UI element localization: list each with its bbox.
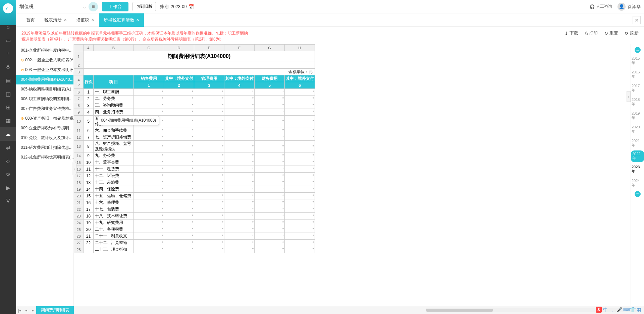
data-cell[interactable]: * bbox=[134, 173, 164, 179]
data-cell[interactable]: * bbox=[134, 219, 164, 226]
data-cell[interactable]: * bbox=[285, 226, 315, 233]
data-cell[interactable]: * bbox=[194, 173, 224, 179]
data-cell[interactable]: * bbox=[164, 109, 194, 116]
data-cell[interactable]: * bbox=[285, 152, 315, 159]
row-header[interactable]: 10 bbox=[74, 116, 84, 127]
data-cell[interactable]: * bbox=[285, 134, 315, 141]
data-cell[interactable]: * bbox=[255, 109, 285, 116]
data-cell[interactable]: * bbox=[164, 179, 194, 186]
data-cell[interactable]: * bbox=[134, 233, 164, 240]
data-cell[interactable]: * bbox=[164, 233, 194, 240]
data-cell[interactable]: * bbox=[285, 159, 315, 166]
data-cell[interactable]: * bbox=[164, 186, 194, 193]
data-cell[interactable]: * bbox=[134, 206, 164, 213]
col-header[interactable]: D bbox=[164, 45, 194, 51]
data-cell[interactable]: * bbox=[224, 206, 255, 213]
data-cell[interactable]: * bbox=[164, 246, 194, 253]
data-cell[interactable]: * bbox=[224, 102, 255, 109]
report-item[interactable]: ⊘003-一般企业成本支出明细... bbox=[16, 65, 73, 75]
data-cell[interactable]: * bbox=[194, 152, 224, 159]
data-cell[interactable]: * bbox=[255, 240, 285, 246]
sheet-nav-first[interactable]: |◂ bbox=[16, 308, 23, 313]
workbench-button[interactable]: 工作台 bbox=[102, 2, 128, 11]
data-cell[interactable]: * bbox=[224, 186, 255, 193]
data-cell[interactable]: * bbox=[134, 213, 164, 219]
data-cell[interactable]: * bbox=[255, 179, 285, 186]
data-cell[interactable]: * bbox=[255, 127, 285, 134]
data-cell[interactable]: * bbox=[255, 166, 285, 173]
row-header[interactable]: 22 bbox=[74, 206, 84, 213]
data-cell[interactable]: * bbox=[164, 141, 194, 152]
data-cell[interactable]: * bbox=[255, 89, 285, 96]
data-cell[interactable]: * bbox=[224, 127, 255, 134]
data-cell[interactable]: * bbox=[134, 226, 164, 233]
ime-lang-icon[interactable]: 中 bbox=[603, 307, 608, 312]
data-cell[interactable]: * bbox=[134, 127, 164, 134]
data-cell[interactable]: * bbox=[134, 159, 164, 166]
data-cell[interactable]: * bbox=[255, 206, 285, 213]
data-cell[interactable]: * bbox=[194, 186, 224, 193]
data-cell[interactable]: * bbox=[255, 193, 285, 199]
nav-doc-icon[interactable]: ▭ bbox=[0, 34, 16, 47]
data-cell[interactable]: * bbox=[164, 219, 194, 226]
data-cell[interactable]: * bbox=[224, 240, 255, 246]
data-cell[interactable]: * bbox=[285, 102, 315, 109]
data-cell[interactable]: * bbox=[134, 96, 164, 102]
tab-增值税[interactable]: 增值税✕ bbox=[71, 13, 99, 27]
ime-punct-icon[interactable]: ， bbox=[610, 307, 615, 312]
data-cell[interactable]: * bbox=[255, 233, 285, 240]
sheet-nav-next[interactable]: ▸ bbox=[30, 308, 36, 313]
data-cell[interactable]: * bbox=[255, 246, 285, 253]
nav-inbox-icon[interactable]: ◇ bbox=[0, 154, 16, 168]
print-button[interactable]: ⎙打印 bbox=[585, 30, 598, 36]
data-cell[interactable]: * bbox=[224, 213, 255, 219]
data-cell[interactable]: * bbox=[194, 96, 224, 102]
scroll-up-icon[interactable]: ︽ bbox=[635, 47, 641, 53]
row-header[interactable]: 7 bbox=[74, 96, 84, 102]
year-option[interactable]: 2022年 bbox=[631, 150, 644, 162]
data-cell[interactable]: * bbox=[164, 89, 194, 96]
data-cell[interactable]: * bbox=[194, 193, 224, 199]
report-item[interactable]: 006-职工薪酬纳税调整明细... bbox=[16, 94, 73, 104]
sheet-nav-prev[interactable]: ◂ bbox=[23, 308, 30, 313]
data-cell[interactable]: * bbox=[255, 219, 285, 226]
data-cell[interactable]: * bbox=[285, 206, 315, 213]
close-all-tabs-button[interactable]: ✕ bbox=[633, 16, 641, 24]
user-menu[interactable]: 👤 徐泽华 bbox=[618, 3, 641, 11]
data-cell[interactable]: * bbox=[194, 89, 224, 96]
data-cell[interactable]: * bbox=[134, 179, 164, 186]
data-cell[interactable]: * bbox=[224, 179, 255, 186]
year-option[interactable]: 2018年 bbox=[631, 96, 644, 109]
row-header[interactable]: 11 bbox=[74, 127, 84, 134]
report-item[interactable]: 011-研发费用加计扣除优惠... bbox=[16, 143, 73, 152]
data-cell[interactable]: * bbox=[164, 213, 194, 219]
data-cell[interactable]: * bbox=[164, 159, 194, 166]
data-cell[interactable]: * bbox=[134, 89, 164, 96]
data-cell[interactable]: * bbox=[285, 141, 315, 152]
nav-chart-icon[interactable]: ⫶ bbox=[0, 47, 16, 60]
data-cell[interactable]: * bbox=[224, 134, 255, 141]
data-cell[interactable]: * bbox=[255, 199, 285, 206]
tab-首页[interactable]: 首页 bbox=[21, 13, 40, 27]
refresh-button[interactable]: ⟳刷新 bbox=[625, 30, 639, 36]
data-cell[interactable]: * bbox=[194, 109, 224, 116]
data-cell[interactable]: * bbox=[164, 206, 194, 213]
report-item[interactable]: 009-企业所得税弥补亏损明... bbox=[16, 123, 73, 133]
data-cell[interactable]: * bbox=[134, 199, 164, 206]
col-header[interactable]: C bbox=[134, 45, 164, 51]
close-icon[interactable]: ✕ bbox=[91, 18, 94, 22]
data-cell[interactable]: * bbox=[285, 233, 315, 240]
spreadsheet[interactable]: ABCDEFGH1期间费用明细表(A104000)23金额单位：元45行次项 目… bbox=[74, 44, 631, 306]
report-item[interactable]: ⊘008-资产折旧、摊销及纳税... bbox=[16, 114, 73, 123]
tab-税表清册[interactable]: 税表清册✕ bbox=[40, 13, 71, 27]
data-cell[interactable]: * bbox=[194, 127, 224, 134]
data-cell[interactable]: * bbox=[285, 186, 315, 193]
col-header[interactable]: F bbox=[224, 45, 255, 51]
data-cell[interactable]: * bbox=[164, 193, 194, 199]
close-icon[interactable]: ✕ bbox=[136, 18, 139, 22]
row-header[interactable]: 2 bbox=[74, 62, 84, 69]
row-header[interactable]: 9 bbox=[74, 109, 84, 116]
report-item[interactable]: 005-纳税调整项目明细表(A1... bbox=[16, 84, 73, 94]
data-cell[interactable]: * bbox=[224, 109, 255, 116]
data-cell[interactable]: * bbox=[134, 109, 164, 116]
